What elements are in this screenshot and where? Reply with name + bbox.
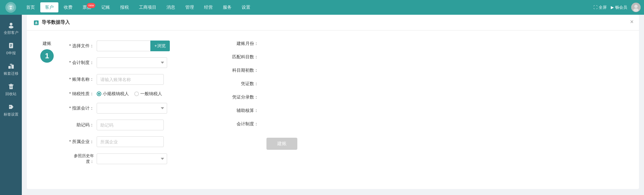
- voucher-entries-label: 凭证分录数：: [228, 94, 258, 100]
- import-panel: 导爷数据导入 × 建账 1 * 选择文件： +浏览: [27, 15, 639, 189]
- panel-header: 导爷数据导入: [27, 15, 639, 30]
- svg-rect-14: [9, 85, 13, 89]
- info-build-month: 建账月份：: [228, 41, 336, 47]
- svg-point-3: [634, 5, 638, 8]
- vip-btn[interactable]: ▶ 畅会员: [611, 5, 627, 10]
- sidebar-item-recycle[interactable]: 回收站: [0, 79, 22, 100]
- logo-circle: [5, 2, 16, 13]
- build-btn-row: 建账: [228, 134, 336, 150]
- sidebar-item-all-clients[interactable]: 全部客户: [0, 18, 22, 39]
- memo-row: 助记码：: [67, 120, 208, 130]
- nav-business[interactable]: 工商项目: [134, 2, 161, 12]
- general-taxpayer-option[interactable]: 一般纳税人: [134, 91, 162, 97]
- svg-point-6: [9, 26, 13, 28]
- nav-menu: 首页 客户 收费 票据 new 记账 报税 工商项目 消息 管理 经营 服务 设…: [21, 2, 593, 12]
- accounting-system-row: * 会计制度：: [67, 57, 208, 68]
- browse-button[interactable]: +浏览: [150, 41, 170, 51]
- svg-rect-15: [9, 84, 13, 85]
- form-area: * 选择文件： +浏览 * 会计制度： * 账簿名称：: [67, 41, 208, 171]
- new-badge: new: [87, 3, 95, 8]
- sidebar: 全部客户 0申报 账套迁移: [0, 15, 22, 195]
- sidebar-label-report: 0申报: [6, 51, 15, 56]
- build-month-label: 建账月份：: [228, 41, 258, 47]
- file-input-group: +浏览: [97, 41, 170, 51]
- logo: [3, 0, 18, 15]
- general-taxpayer-label: 一般纳税人: [140, 91, 162, 97]
- build-account-button[interactable]: 建账: [266, 138, 297, 150]
- import-icon: [34, 19, 39, 25]
- fullscreen-icon: ⛶: [593, 5, 597, 10]
- ledger-name-label: * 账簿名称：: [67, 76, 94, 82]
- svg-rect-16: [10, 84, 12, 84]
- vip-label: 畅会员: [615, 5, 627, 10]
- voucher-count-label: 凭证数：: [228, 81, 258, 87]
- info-subject-initial: 科目期初数：: [228, 67, 336, 73]
- top-navigation: 首页 客户 收费 票据 new 记账 报税 工商项目 消息 管理 经营 服务 设…: [0, 0, 644, 15]
- nav-manage[interactable]: 管理: [181, 2, 199, 12]
- svg-point-1: [10, 7, 12, 9]
- avatar[interactable]: [631, 3, 641, 12]
- nav-clients[interactable]: 客户: [40, 2, 58, 12]
- info-area: 建账月份： 匹配科目数： 科目期初数： 凭证数： 凭证分录数：: [208, 41, 336, 171]
- all-clients-icon: [7, 21, 15, 29]
- step-circle: 1: [40, 49, 54, 63]
- vip-icon: ▶: [611, 5, 614, 10]
- nav-tax[interactable]: 报税: [115, 2, 134, 12]
- panel-title: 导爷数据导入: [42, 19, 70, 25]
- sidebar-item-tags[interactable]: 标签设置: [0, 100, 22, 120]
- nav-right-area: ⛶ 全屏 ▶ 畅会员: [593, 3, 641, 12]
- info-accounting-system: 会计制度：: [228, 121, 336, 127]
- nav-bookkeeping[interactable]: 记账: [97, 2, 115, 12]
- panel-body: 建账 1 * 选择文件： +浏览 * 会计制度：: [27, 30, 639, 181]
- small-taxpayer-label: 小规模纳税人: [103, 91, 129, 97]
- recycle-icon: [7, 83, 15, 90]
- info-auxiliary: 辅助核算：: [228, 108, 336, 114]
- nav-settings[interactable]: 设置: [237, 2, 255, 12]
- sidebar-item-migrate[interactable]: 账套迁移: [0, 59, 22, 79]
- company-input[interactable]: [97, 136, 164, 147]
- fullscreen-btn[interactable]: ⛶ 全屏: [593, 5, 607, 10]
- memo-input[interactable]: [97, 120, 164, 130]
- svg-point-4: [633, 8, 639, 12]
- fullscreen-label: 全屏: [599, 5, 607, 10]
- nav-home[interactable]: 首页: [21, 2, 40, 12]
- sidebar-label-tags: 标签设置: [4, 112, 18, 117]
- accountant-label: * 指派会计：: [67, 105, 94, 111]
- year-select[interactable]: [97, 153, 167, 164]
- file-path-input[interactable]: [97, 41, 150, 51]
- nav-service[interactable]: 服务: [218, 2, 236, 12]
- nav-invoice[interactable]: 票据 new: [78, 2, 96, 12]
- file-row: * 选择文件： +浏览: [67, 41, 208, 51]
- accountant-select[interactable]: [97, 103, 167, 114]
- tags-icon: [7, 103, 15, 111]
- svg-rect-13: [10, 64, 12, 65]
- svg-rect-11: [8, 66, 11, 69]
- file-label: * 选择文件：: [67, 43, 94, 49]
- info-voucher-entries: 凭证分录数：: [228, 94, 336, 100]
- small-taxpayer-option[interactable]: 小规模纳税人: [97, 91, 129, 97]
- nav-fee[interactable]: 收费: [59, 2, 77, 12]
- step-section: 建账 1: [40, 41, 54, 171]
- general-taxpayer-radio[interactable]: [134, 91, 139, 96]
- sidebar-label-migrate: 账套迁移: [4, 71, 18, 76]
- close-button[interactable]: ×: [630, 19, 634, 25]
- ledger-name-input[interactable]: [97, 74, 164, 85]
- main-content: 导爷数据导入 × 建账 1 * 选择文件： +浏览: [22, 15, 644, 195]
- accounting-system-select[interactable]: [97, 57, 167, 68]
- memo-label: 助记码：: [67, 122, 94, 128]
- tax-type-label: * 纳税性质：: [67, 91, 94, 97]
- small-taxpayer-radio[interactable]: [97, 91, 101, 96]
- report-icon: [7, 42, 15, 49]
- nav-operation[interactable]: 经营: [199, 2, 217, 12]
- sidebar-label-all-clients: 全部客户: [4, 30, 18, 35]
- ledger-name-row: * 账簿名称：: [67, 74, 208, 85]
- auxiliary-label: 辅助核算：: [228, 108, 258, 114]
- accounting-system-info-label: 会计制度：: [228, 121, 258, 127]
- nav-message[interactable]: 消息: [162, 2, 180, 12]
- subject-initial-label: 科目期初数：: [228, 67, 258, 73]
- company-row: * 所属企业：: [67, 136, 208, 147]
- sidebar-item-report[interactable]: 0申报: [0, 39, 22, 59]
- step-label: 建账: [43, 41, 51, 47]
- svg-point-5: [10, 23, 12, 25]
- info-voucher-count: 凭证数：: [228, 81, 336, 87]
